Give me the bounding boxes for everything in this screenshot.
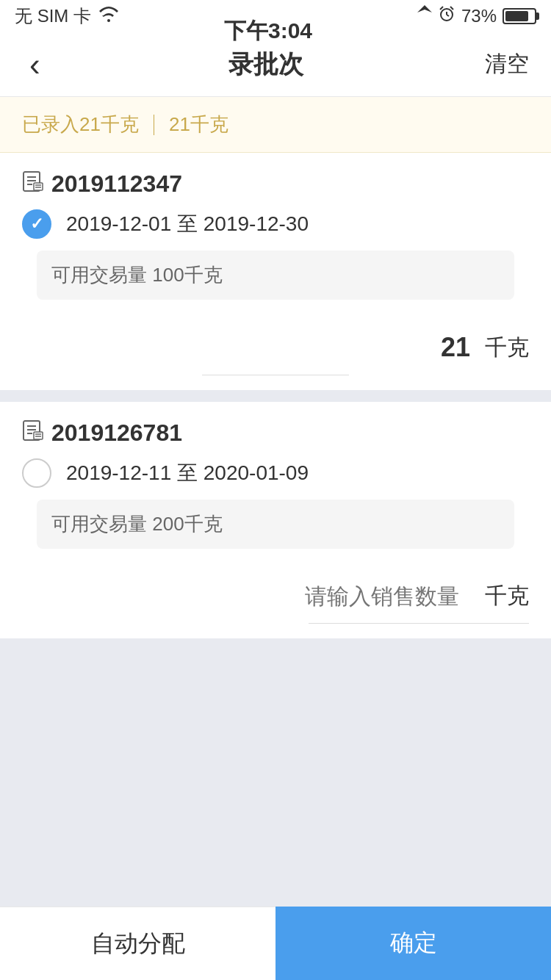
section-divider: [0, 390, 551, 402]
batch-2-unit: 千克: [485, 581, 529, 611]
batch-2-id-row: 2019126781: [22, 419, 529, 447]
batch-1-date: 2019-12-01 至 2019-12-30: [66, 210, 309, 238]
batch-2-avail-wrap: 可用交易量 200千克: [22, 500, 529, 566]
batch-2-id: 2019126781: [51, 419, 182, 447]
location-icon: [417, 5, 432, 27]
batch-2-date: 2019-12-11 至 2020-01-09: [66, 459, 309, 487]
doc-icon-1: [22, 170, 44, 198]
carrier-text: 无 SIM 卡: [15, 4, 91, 28]
info-banner: 已录入21千克 21千克: [0, 97, 551, 153]
bottom-bar: 自动分配 确定: [0, 907, 551, 980]
batch-1-id: 2019112347: [51, 170, 182, 198]
batch-2-radio[interactable]: [22, 458, 51, 488]
batch-1-avail-wrap: 可用交易量 100千克: [22, 251, 529, 317]
batch-2-date-row[interactable]: 2019-12-11 至 2020-01-09: [22, 458, 529, 488]
batch-2-avail: 可用交易量 200千克: [37, 500, 514, 549]
svg-line-2: [447, 15, 449, 16]
scrollable-content: 2019112347 2019-12-01 至 2019-12-30 可用交易量…: [0, 153, 551, 980]
batch-1-id-row: 2019112347: [22, 170, 529, 198]
batch-1-unit: 千克: [485, 333, 529, 363]
status-time: 下午3:04: [224, 16, 312, 46]
banner-divider: [154, 115, 154, 135]
alarm-icon: [438, 5, 455, 27]
batch-1-quantity: 21: [441, 332, 470, 363]
batch-card-1: 2019112347 2019-12-01 至 2019-12-30 可用交易量…: [0, 153, 551, 390]
recorded-amount-label: 已录入21千克: [22, 112, 139, 137]
svg-rect-14: [34, 432, 43, 439]
batch-1-divider: [202, 375, 349, 375]
status-left: 无 SIM 卡: [15, 4, 119, 28]
batch-1-avail: 可用交易量 100千克: [37, 251, 514, 300]
battery-percent: 73%: [461, 6, 497, 26]
batch-card-2: 2019126781 2019-12-11 至 2020-01-09 可用交易量…: [0, 402, 551, 638]
batch-1-date-row[interactable]: 2019-12-01 至 2019-12-30: [22, 209, 529, 239]
batch-1-qty-row: 21 千克: [0, 317, 551, 375]
svg-rect-7: [34, 183, 43, 190]
confirm-button[interactable]: 确定: [276, 907, 551, 980]
batch-1-radio[interactable]: [22, 209, 51, 239]
wifi-icon: [98, 6, 119, 26]
auto-distribute-button[interactable]: 自动分配: [0, 907, 276, 980]
status-right: 73%: [417, 5, 536, 27]
back-button[interactable]: ‹: [22, 39, 48, 90]
batch-2-qty-input-row: 千克: [0, 566, 551, 623]
battery-icon: [503, 8, 536, 24]
status-bar: 无 SIM 卡 下午3:04: [0, 0, 551, 32]
batch-2-content: 2019126781 2019-12-11 至 2020-01-09 可用交易量…: [0, 402, 551, 566]
clear-button[interactable]: 清空: [485, 49, 529, 79]
recorded-amount-value: 21千克: [169, 112, 228, 137]
batch-2-input-divider: [309, 623, 529, 624]
batch-2-quantity-input[interactable]: [250, 584, 470, 609]
doc-icon-2: [22, 419, 44, 447]
batch-1-content: 2019112347 2019-12-01 至 2019-12-30 可用交易量…: [0, 153, 551, 317]
empty-space: [0, 638, 551, 918]
page-title: 录批次: [228, 48, 303, 82]
